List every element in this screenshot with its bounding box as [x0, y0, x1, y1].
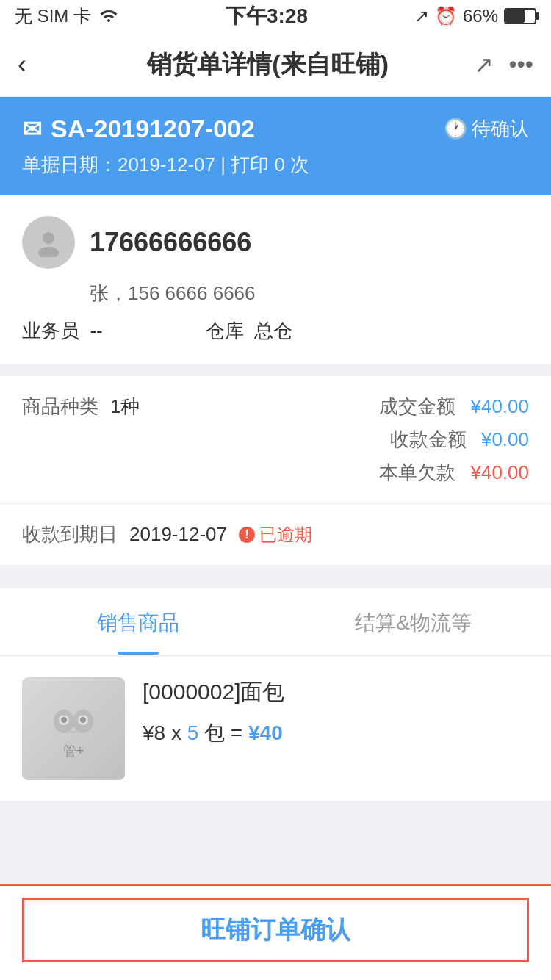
order-date: 单据日期：2019-12-07 | 打印 0 次: [22, 152, 529, 178]
svg-point-6: [61, 717, 67, 723]
divider-2: [0, 565, 551, 577]
status-bar: 无 SIM 卡 下午3:28 ↗ ⏰ 66%: [0, 0, 551, 32]
wifi-icon: [98, 6, 119, 26]
customer-meta: 业务员 -- 仓库 总仓: [22, 318, 529, 344]
amount-value-1: ¥0.00: [481, 428, 529, 451]
salesperson-value: --: [90, 320, 102, 342]
location-icon: ↗: [414, 6, 429, 26]
status-time: 下午3:28: [226, 2, 308, 30]
product-section: 管+ [0000002]面包 ¥8 x 5 包 = ¥40: [0, 657, 551, 801]
summary-right: 成交金额 ¥40.00 收款金额 ¥0.00 本单欠款 ¥40.00: [379, 394, 529, 486]
divider-1: [0, 364, 551, 376]
product-info: [0000002]面包 ¥8 x 5 包 = ¥40: [143, 677, 529, 780]
due-label: 收款到期日: [22, 522, 118, 547]
tab-sales-product[interactable]: 销售商品: [0, 588, 276, 655]
customer-section: 17666666666 张，156 6666 6666 业务员 -- 仓库 总仓: [0, 195, 551, 364]
customer-name: 张，156 6666 6666: [90, 281, 529, 306]
carrier-label: 无 SIM 卡: [15, 4, 91, 28]
product-name: [0000002]面包: [143, 677, 529, 707]
salesperson-field: 业务员 --: [22, 318, 103, 344]
product-item: 管+ [0000002]面包 ¥8 x 5 包 = ¥40: [22, 677, 529, 780]
order-id: ✉ SA-20191207-002: [22, 115, 255, 143]
total-price: ¥40: [248, 721, 283, 744]
share-icon[interactable]: ↗: [474, 51, 494, 79]
order-id-row: ✉ SA-20191207-002 🕐 待确认: [22, 115, 529, 143]
equals-sign: =: [231, 721, 248, 744]
salesperson-label: 业务员: [22, 320, 79, 342]
customer-row: 17666666666: [22, 216, 529, 269]
status-text: 待确认: [472, 116, 529, 142]
battery-percent: 66%: [463, 6, 498, 26]
warehouse-label: 仓库: [206, 320, 244, 342]
svg-point-7: [80, 717, 86, 723]
due-row: 收款到期日 2019-12-07 ! 已逾期: [22, 522, 529, 547]
category-label: 商品种类: [22, 394, 98, 419]
order-status: 🕐 待确认: [444, 116, 529, 142]
warehouse-field: 仓库 总仓: [206, 318, 292, 344]
amount-row-0: 成交金额 ¥40.00: [379, 394, 529, 419]
svg-point-1: [38, 247, 59, 257]
category-value: 1种: [110, 394, 140, 419]
summary-left: 商品种类 1种: [22, 394, 140, 419]
amount-label-2: 本单欠款: [379, 460, 455, 486]
quantity: 5: [187, 721, 199, 744]
amount-row-2: 本单欠款 ¥40.00: [379, 460, 529, 486]
order-icon: ✉: [22, 115, 42, 143]
product-thumb-inner: 管+: [22, 677, 125, 780]
nav-bar: ‹ 销货单详情(来自旺铺) ↗ •••: [0, 32, 551, 97]
back-button[interactable]: ‹: [18, 49, 62, 80]
amount-value-2: ¥40.00: [470, 461, 529, 484]
due-section: 收款到期日 2019-12-07 ! 已逾期: [0, 503, 551, 565]
status-left: 无 SIM 卡: [15, 4, 119, 28]
bottom-space: [0, 801, 551, 889]
confirm-button[interactable]: 旺铺订单确认: [22, 898, 529, 962]
amount-label-0: 成交金额: [379, 394, 455, 419]
due-date-value: 2019-12-07: [129, 523, 227, 546]
tab-settlement-label: 结算&物流等: [355, 611, 472, 634]
svg-point-0: [43, 232, 54, 244]
bottom-button-area: 旺铺订单确认: [0, 884, 551, 980]
multiply-sign: x: [171, 721, 187, 744]
overdue-icon: !: [239, 527, 255, 543]
product-thumbnail: 管+: [22, 677, 125, 780]
order-header-card: ✉ SA-20191207-002 🕐 待确认 单据日期：2019-12-07 …: [0, 97, 551, 195]
status-clock-icon: 🕐: [444, 118, 467, 140]
product-price-row: ¥8 x 5 包 = ¥40: [143, 719, 529, 747]
unit: 包: [204, 721, 225, 744]
amount-label-1: 收款金额: [390, 427, 467, 453]
battery-icon: [504, 8, 536, 24]
tab-sales-product-label: 销售商品: [97, 611, 179, 634]
tab-bar: 销售商品 结算&物流等: [0, 588, 551, 655]
unit-price: ¥8: [143, 721, 165, 744]
nav-actions: ↗ •••: [474, 51, 533, 79]
page-title: 销货单详情(来自旺铺): [62, 48, 474, 82]
amount-value-0: ¥40.00: [470, 395, 529, 418]
amount-row-1: 收款金额 ¥0.00: [390, 427, 529, 453]
overdue-text: 已逾期: [259, 523, 312, 547]
avatar: [22, 216, 75, 269]
status-right: ↗ ⏰ 66%: [414, 6, 536, 26]
overdue-badge: ! 已逾期: [239, 523, 312, 547]
alarm-icon: ⏰: [435, 6, 457, 26]
summary-section: 商品种类 1种 成交金额 ¥40.00 收款金额 ¥0.00 本单欠款 ¥40.…: [0, 376, 551, 503]
customer-phone: 17666666666: [90, 227, 251, 258]
more-icon[interactable]: •••: [508, 51, 533, 78]
warehouse-value: 总仓: [254, 320, 292, 342]
tab-settlement[interactable]: 结算&物流等: [276, 588, 551, 655]
order-id-text: SA-20191207-002: [51, 115, 255, 143]
